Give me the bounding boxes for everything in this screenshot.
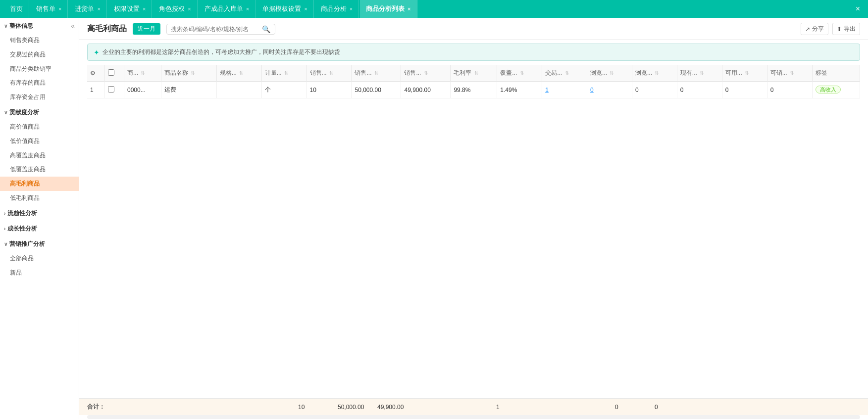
- sidebar-item-high-value[interactable]: 高价值商品: [0, 120, 79, 134]
- table-row: 1 0000... 运费 个 10 50,000.00 49,900.00 99…: [87, 82, 860, 98]
- footer-sales-qty: 10: [295, 404, 335, 411]
- share-button[interactable]: ↗ 分享: [801, 23, 828, 35]
- col-tag[interactable]: 标签: [812, 65, 860, 82]
- chevron-right-icon: ›: [4, 226, 5, 232]
- export-button[interactable]: ⬆ 导出: [832, 23, 860, 35]
- sidebar-item-high-coverage[interactable]: 高覆盖度商品: [0, 148, 79, 163]
- horizontal-scrollbar[interactable]: [87, 415, 860, 419]
- sidebar-group-marketing[interactable]: ∨ 营销推广分析: [0, 236, 79, 251]
- sidebar-group-overall[interactable]: ∨ 整体信息: [0, 18, 79, 33]
- sidebar-item-low-coverage[interactable]: 低覆盖度商品: [0, 162, 79, 177]
- page-title: 高毛利商品: [87, 24, 127, 34]
- footer-spacer-4: [265, 404, 295, 411]
- tag-badge: 高收入: [816, 86, 841, 93]
- data-table: ⚙ 商... ⇅ 商品名称 ⇅: [87, 65, 860, 98]
- sidebar-item-high-margin[interactable]: 高毛利商品: [0, 177, 79, 191]
- cell-sales-cost: 49,900.00: [401, 82, 451, 98]
- info-banner: ✦ 企业的主要的利润都是这部分商品创造的，可考虑加大推广，同时关注库存是不要出现…: [87, 44, 860, 61]
- footer-current-stock: 0: [612, 404, 652, 411]
- col-sales-cost[interactable]: 销售... ⇅: [401, 65, 451, 82]
- nav-tab-finished-goods[interactable]: 产成品入库单 ×: [199, 0, 255, 18]
- close-all-tabs-button[interactable]: ×: [852, 2, 864, 15]
- cell-checkbox[interactable]: [104, 82, 124, 98]
- row-checkbox[interactable]: [108, 86, 114, 93]
- cell-index: 1: [87, 82, 104, 98]
- close-icon[interactable]: ×: [188, 6, 191, 12]
- close-icon[interactable]: ×: [97, 6, 100, 12]
- search-icon[interactable]: 🔍: [262, 25, 270, 33]
- sort-icon: ⇅: [374, 70, 378, 76]
- nav-tab-templates[interactable]: 单据模板设置 ×: [256, 0, 313, 18]
- sidebar-group-trend[interactable]: › 流趋性分析: [0, 205, 79, 221]
- sort-icon: ⇅: [239, 70, 243, 76]
- sidebar-item-sales-goods[interactable]: 销售类商品: [0, 33, 79, 47]
- top-navigation: 首页 销售单 × 进货单 × 权限设置 × 角色授权 × 产成品入库单 × 单据…: [0, 0, 868, 18]
- col-spec[interactable]: 规格... ⇅: [216, 65, 261, 82]
- footer-cells: 10 50,000.00 49,900.00 1 0 0: [117, 404, 860, 411]
- sidebar-collapse-button[interactable]: «: [71, 22, 75, 30]
- col-browse-b[interactable]: 浏览... ⇅: [632, 65, 677, 82]
- cell-browse-a[interactable]: 0: [587, 82, 632, 98]
- col-tx-count[interactable]: 交易... ⇅: [542, 65, 587, 82]
- sidebar: « ∨ 整体信息 销售类商品 交易过的商品 商品分类助销率 有库存的商品 库存资…: [0, 18, 79, 419]
- nav-tab-product-analysis-list[interactable]: 商品分析列表 ×: [360, 0, 417, 18]
- sort-icon: ⇅: [700, 70, 704, 76]
- period-button[interactable]: 近一月: [133, 23, 160, 35]
- sidebar-item-traded-goods[interactable]: 交易过的商品: [0, 47, 79, 62]
- export-icon: ⬆: [837, 26, 842, 33]
- nav-tab-home[interactable]: 首页: [4, 0, 29, 18]
- select-all-checkbox[interactable]: [108, 69, 114, 76]
- table-container[interactable]: ⚙ 商... ⇅ 商品名称 ⇅: [79, 65, 868, 398]
- chevron-right-icon: ›: [4, 211, 5, 216]
- footer-sales-amt: 50,000.00: [335, 404, 374, 411]
- close-icon[interactable]: ×: [350, 6, 353, 12]
- col-browse-a[interactable]: 浏览... ⇅: [587, 65, 632, 82]
- col-coverage[interactable]: 覆盖... ⇅: [497, 65, 542, 82]
- share-icon: ↗: [805, 26, 810, 33]
- nav-tab-permissions[interactable]: 权限设置 ×: [108, 0, 152, 18]
- sort-icon: ⇅: [610, 70, 613, 76]
- sidebar-item-low-value[interactable]: 低价值商品: [0, 134, 79, 148]
- col-unit[interactable]: 计量... ⇅: [261, 65, 306, 82]
- nav-tab-sales[interactable]: 销售单 ×: [30, 0, 68, 18]
- close-icon[interactable]: ×: [304, 6, 307, 12]
- close-icon[interactable]: ×: [58, 6, 61, 12]
- content-area: 高毛利商品 近一月 🔍 ↗ 分享 ⬆ 导出 ✦ 企业的主要的利润都是这部分商品创…: [79, 18, 868, 419]
- sidebar-item-category-assist-rate[interactable]: 商品分类助销率: [0, 62, 79, 76]
- col-current-stock[interactable]: 现有... ⇅: [677, 65, 722, 82]
- col-code[interactable]: 商... ⇅: [124, 65, 161, 82]
- footer-label: 合计：: [87, 403, 117, 411]
- close-icon[interactable]: ×: [246, 6, 249, 12]
- col-gross-rate[interactable]: 毛利率 ⇅: [451, 65, 497, 82]
- cell-tx-count[interactable]: 1: [542, 82, 587, 98]
- col-name[interactable]: 商品名称 ⇅: [161, 65, 216, 82]
- nav-tab-purchase[interactable]: 进货单 ×: [69, 0, 106, 18]
- search-input[interactable]: [171, 26, 260, 33]
- close-icon[interactable]: ×: [143, 6, 146, 12]
- col-checkbox[interactable]: [104, 65, 124, 82]
- col-settings[interactable]: ⚙: [87, 65, 104, 82]
- sort-icon: ⇅: [790, 70, 794, 76]
- cell-tag: 高收入: [812, 82, 860, 98]
- nav-tab-product-analysis[interactable]: 商品分析 ×: [315, 0, 359, 18]
- sidebar-item-in-stock-goods[interactable]: 有库存的商品: [0, 76, 79, 90]
- cell-browse-b: 0: [632, 82, 677, 98]
- nav-tab-roles[interactable]: 角色授权 ×: [153, 0, 197, 18]
- cell-coverage: 1.49%: [497, 82, 542, 98]
- col-available[interactable]: 可用... ⇅: [722, 65, 767, 82]
- footer-spacer-1: [117, 404, 176, 411]
- sidebar-item-all-goods[interactable]: 全部商品: [0, 251, 79, 266]
- col-saleable[interactable]: 可销... ⇅: [767, 65, 812, 82]
- close-icon[interactable]: ×: [408, 6, 410, 12]
- sidebar-group-contribution[interactable]: ∨ 贡献度分析: [0, 104, 79, 120]
- col-sales-qty[interactable]: 销售... ⇅: [306, 65, 352, 82]
- sidebar-item-new-goods[interactable]: 新品: [0, 266, 79, 280]
- header-actions: ↗ 分享 ⬆ 导出: [801, 23, 860, 35]
- sidebar-item-stock-capital[interactable]: 库存资金占用: [0, 90, 79, 104]
- cell-sales-amt: 50,000.00: [352, 82, 401, 98]
- cell-name: 运费: [161, 82, 216, 98]
- sidebar-group-growth[interactable]: › 成长性分析: [0, 221, 79, 236]
- search-box: 🔍: [166, 24, 275, 35]
- col-sales-amt[interactable]: 销售... ⇅: [352, 65, 401, 82]
- sidebar-item-low-margin[interactable]: 低毛利商品: [0, 191, 79, 205]
